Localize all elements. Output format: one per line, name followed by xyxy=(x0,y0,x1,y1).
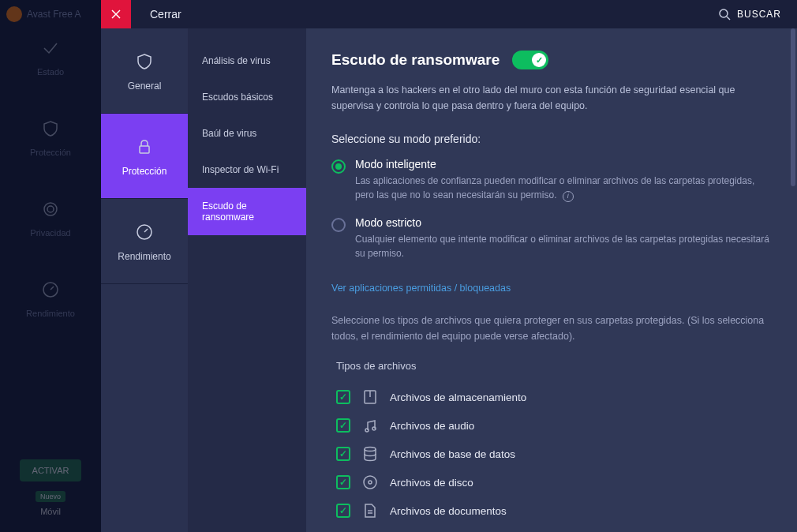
apps-link[interactable]: Ver aplicaciones permitidas / bloqueadas xyxy=(331,283,511,294)
type-row[interactable]: Archivos de documentos xyxy=(331,496,772,525)
search-icon xyxy=(718,8,731,21)
scrollbar[interactable] xyxy=(791,28,795,186)
mode-strict-option[interactable]: Modo estricto Cualquier elemento que int… xyxy=(331,216,772,260)
avast-logo-icon xyxy=(6,6,22,22)
bg-nav-label: Privacidad xyxy=(30,228,70,238)
bg-nav-label: Estado xyxy=(37,67,64,77)
checkbox-checked-icon[interactable] xyxy=(336,504,350,518)
archive-icon xyxy=(361,389,379,405)
tab-general[interactable]: General xyxy=(101,28,188,114)
submenu-wifi[interactable]: Inspector de Wi-Fi xyxy=(188,152,306,188)
new-badge: Nuevo xyxy=(36,491,65,502)
gauge-icon xyxy=(38,277,63,302)
radio-checked-icon xyxy=(331,159,346,174)
svg-rect-8 xyxy=(140,146,149,153)
mode-section-title: Seleccione su modo preferido: xyxy=(331,133,772,145)
svg-line-10 xyxy=(144,229,148,232)
type-label: Archivos de almacenamiento xyxy=(390,392,526,403)
radio-unchecked-icon xyxy=(331,218,346,232)
checkbox-checked-icon[interactable] xyxy=(336,475,350,489)
toggle-knob xyxy=(532,53,546,67)
checkbox-checked-icon[interactable] xyxy=(336,447,350,461)
tab-label: Protección xyxy=(122,166,167,177)
tab-rendimiento[interactable]: Rendimiento xyxy=(101,199,188,284)
svg-point-14 xyxy=(372,427,376,430)
ransomware-toggle[interactable] xyxy=(512,51,548,69)
submenu: Análisis de virus Escudos básicos Baúl d… xyxy=(188,28,306,532)
submenu-escudos[interactable]: Escudos básicos xyxy=(188,79,306,115)
types-note: Seleccione los tipos de archivos que qui… xyxy=(331,313,772,344)
background-sidebar: Estado Protección Privacidad Rendimiento… xyxy=(0,0,101,532)
mode-smart-title: Modo inteligente xyxy=(355,158,772,170)
type-row[interactable]: Archivos de base de datos xyxy=(331,440,772,468)
activate-button: ACTIVAR xyxy=(20,459,82,481)
submenu-analisis[interactable]: Análisis de virus xyxy=(188,43,306,79)
type-row[interactable]: Archivos de audio xyxy=(331,411,772,440)
mode-strict-desc: Cualquier elemento que intente modificar… xyxy=(355,232,772,260)
tab-label: General xyxy=(128,81,162,92)
close-button[interactable] xyxy=(101,0,131,28)
bg-nav-proteccion: Protección xyxy=(30,116,71,157)
bg-nav-rendimiento: Rendimiento xyxy=(26,277,75,318)
type-row[interactable]: Archivos de imagen xyxy=(331,525,772,532)
svg-line-3 xyxy=(51,287,54,290)
checkbox-checked-icon[interactable] xyxy=(336,418,350,433)
database-icon xyxy=(361,446,379,462)
settings-tabs: General Protección Rendimiento xyxy=(101,28,188,532)
movil-label: Móvil xyxy=(40,507,61,516)
tab-label: Rendimiento xyxy=(118,251,170,262)
svg-line-7 xyxy=(727,17,730,20)
svg-point-13 xyxy=(365,429,369,432)
type-label: Archivos de documentos xyxy=(390,505,507,517)
submenu-baul[interactable]: Baúl de virus xyxy=(188,115,306,152)
checkbox-checked-icon[interactable] xyxy=(336,390,350,404)
page-title: Escudo de ransomware xyxy=(331,51,500,69)
logo-area: Avast Free A xyxy=(0,6,101,22)
svg-point-0 xyxy=(44,203,57,215)
type-label: Archivos de audio xyxy=(390,420,474,432)
svg-point-16 xyxy=(364,476,376,489)
disc-icon xyxy=(361,474,379,490)
search-label: BUSCAR xyxy=(737,9,781,20)
music-icon xyxy=(361,418,379,433)
app-name: Avast Free A xyxy=(27,9,80,20)
svg-point-1 xyxy=(47,206,54,212)
fingerprint-icon xyxy=(38,197,63,222)
search-button[interactable]: BUSCAR xyxy=(718,0,781,28)
content-area: Escudo de ransomware Mantenga a los hack… xyxy=(306,28,797,532)
bg-nav-label: Protección xyxy=(30,148,71,157)
shield-icon xyxy=(38,116,63,141)
topbar: Avast Free A Cerrar BUSCAR xyxy=(0,0,797,28)
type-row[interactable]: Archivos de almacenamiento xyxy=(331,383,772,411)
type-label: Archivos de base de datos xyxy=(390,448,515,460)
bg-nav-estado: Estado xyxy=(37,36,64,77)
type-label: Archivos de disco xyxy=(390,477,473,489)
shield-icon xyxy=(133,51,155,73)
bg-nav-label: Rendimiento xyxy=(26,309,75,318)
info-icon[interactable]: i xyxy=(563,191,574,202)
document-icon xyxy=(361,503,379,519)
check-icon xyxy=(38,36,63,61)
submenu-ransomware[interactable]: Escudo de ransomware xyxy=(188,188,306,235)
svg-point-15 xyxy=(365,448,376,451)
svg-point-6 xyxy=(720,9,728,17)
page-description: Mantenga a los hackers en el otro lado d… xyxy=(331,82,772,114)
type-row[interactable]: Archivos de disco xyxy=(331,468,772,496)
mode-smart-desc: Las aplicaciones de confianza pueden mod… xyxy=(355,174,772,202)
mode-smart-option[interactable]: Modo inteligente Las aplicaciones de con… xyxy=(331,158,772,202)
mode-strict-title: Modo estricto xyxy=(355,216,772,229)
tab-proteccion[interactable]: Protección xyxy=(101,114,188,199)
bg-nav-privacidad: Privacidad xyxy=(30,197,70,238)
svg-point-17 xyxy=(369,481,372,484)
gauge-icon xyxy=(133,221,155,243)
close-icon xyxy=(110,9,122,20)
types-header: Tipos de archivos xyxy=(331,360,772,372)
panel-title: Cerrar xyxy=(150,8,181,21)
lock-icon xyxy=(133,136,155,158)
